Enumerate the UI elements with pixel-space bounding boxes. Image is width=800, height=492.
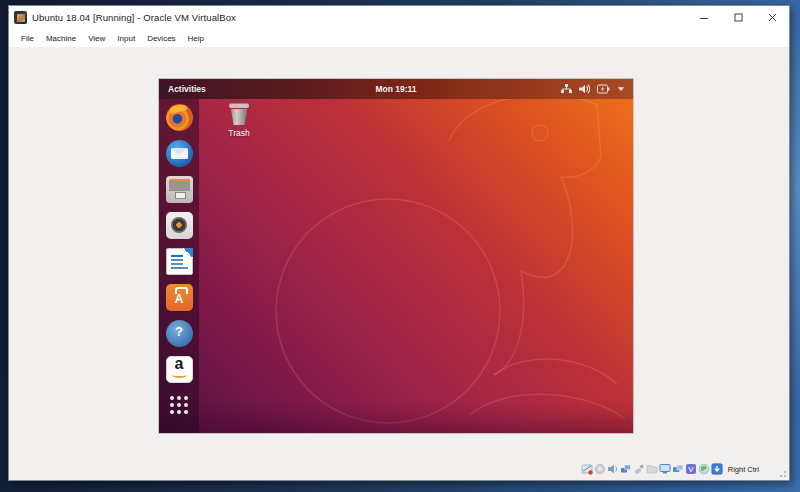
libreoffice-writer-icon [166, 248, 193, 275]
ubuntu-vm-screen[interactable]: Trash Activities Mon 19:11 [159, 79, 633, 433]
audio-icon[interactable] [607, 463, 619, 475]
vm-viewport-area: Trash Activities Mon 19:11 [9, 47, 789, 480]
ubuntu-dock [159, 99, 199, 433]
dock-item-firefox[interactable] [161, 99, 197, 135]
dock-item-rhythmbox[interactable] [161, 207, 197, 243]
features-icon[interactable]: V [685, 463, 697, 475]
dock-item-files[interactable] [161, 171, 197, 207]
dock-item-libreoffice-writer[interactable] [161, 243, 197, 279]
wallpaper-bottom-shade [159, 401, 633, 433]
mouse-integration-icon[interactable] [698, 463, 710, 475]
ubuntu-top-bar: Activities Mon 19:11 [159, 79, 633, 99]
dock-item-app-grid[interactable] [161, 387, 197, 423]
dock-item-amazon[interactable] [161, 351, 197, 387]
maximize-button[interactable] [721, 6, 755, 29]
menu-machine[interactable]: Machine [40, 32, 82, 45]
ubuntu-software-icon [166, 284, 193, 311]
resize-grip[interactable] [778, 469, 786, 477]
titlebar[interactable]: Ubuntu 18.04 [Running] - Oracle VM Virtu… [9, 6, 789, 29]
optical-drives-icon[interactable] [594, 463, 606, 475]
system-tray[interactable] [561, 84, 625, 94]
vbox-status-bar: V Right Ctrl [581, 463, 759, 475]
close-button[interactable] [755, 6, 789, 29]
files-icon [166, 176, 193, 203]
dock-item-help[interactable] [161, 315, 197, 351]
menu-help[interactable]: Help [182, 32, 210, 45]
menu-input[interactable]: Input [111, 32, 141, 45]
help-icon [166, 320, 193, 347]
menu-view[interactable]: View [82, 32, 111, 45]
minimize-button[interactable] [687, 6, 721, 29]
keyboard-icon[interactable] [711, 463, 723, 475]
virtualbox-window: Ubuntu 18.04 [Running] - Oracle VM Virtu… [8, 5, 790, 481]
recording-icon[interactable] [672, 463, 684, 475]
menu-caret-icon [617, 86, 625, 92]
network-icon [561, 84, 572, 94]
window-title: Ubuntu 18.04 [Running] - Oracle VM Virtu… [32, 12, 236, 23]
shared-folders-icon[interactable] [646, 463, 658, 475]
battery-icon [597, 84, 610, 94]
rhythmbox-icon [166, 212, 193, 239]
wallpaper-beaver-outline [159, 99, 633, 433]
activities-button[interactable]: Activities [168, 84, 206, 94]
trash-label: Trash [217, 128, 261, 138]
firefox-icon [166, 104, 193, 131]
svg-text:V: V [688, 465, 694, 474]
hard-disks-icon[interactable] [581, 463, 593, 475]
dock-item-thunderbird[interactable] [161, 135, 197, 171]
thunderbird-icon [166, 140, 193, 167]
usb-icon[interactable] [633, 463, 645, 475]
trash-desktop-icon[interactable]: Trash [217, 103, 261, 138]
host-key-label: Right Ctrl [728, 465, 759, 474]
dock-item-ubuntu-software[interactable] [161, 279, 197, 315]
display-icon[interactable] [659, 463, 671, 475]
app-grid-icon [170, 396, 188, 414]
network-icon[interactable] [620, 463, 632, 475]
menubar: File Machine View Input Devices Help [9, 29, 789, 47]
menu-file[interactable]: File [15, 32, 40, 45]
trash-icon [229, 103, 249, 126]
volume-icon [579, 84, 590, 94]
ubuntu-wallpaper: Trash [159, 99, 633, 433]
virtualbox-app-icon [14, 11, 27, 24]
amazon-icon [166, 356, 193, 383]
menu-devices[interactable]: Devices [141, 32, 181, 45]
